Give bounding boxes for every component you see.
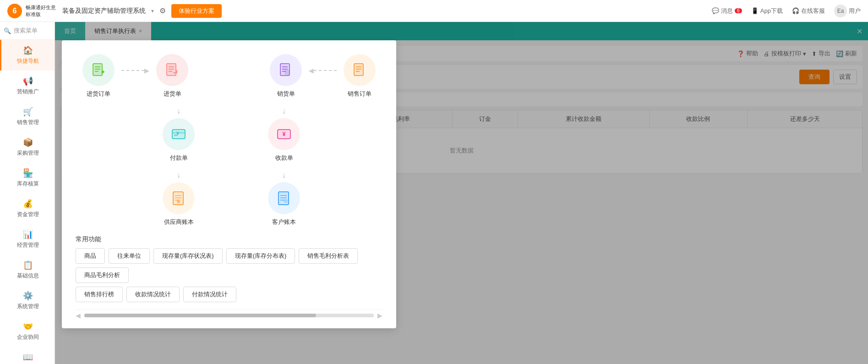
svg-text:¥: ¥ — [176, 131, 179, 136]
inventory-icon: 🏪 — [23, 168, 33, 178]
sidebar-item-operations[interactable]: 📊 经营管理 — [0, 224, 55, 255]
function-grid: 商品 往来单位 现存量(库存状况表) 现存量(库存分布表) 销售毛利分析表 商品… — [76, 248, 382, 283]
sidebar-item-quick-nav[interactable]: 🏠 快捷导航 — [0, 40, 55, 71]
sales-order-circle — [344, 54, 376, 86]
func-btn-partners[interactable]: 往来单位 — [109, 248, 150, 264]
function-grid-row2: 销售排行榜 收款情况统计 付款情况统计 — [76, 287, 382, 302]
sales-bill-circle — [270, 54, 302, 86]
sidebar-item-label: 经营管理 — [17, 241, 39, 249]
online-service-icon: 🎧 — [792, 7, 799, 14]
cooperation-icon: 🤝 — [23, 321, 33, 331]
logo-text: 畅康通好生意 标准版 — [26, 4, 56, 17]
customer-ledger-circle — [268, 182, 300, 214]
purchase-bill-circle — [156, 54, 188, 86]
sidebar-item-label: 资金管理 — [17, 211, 39, 218]
settings-icon[interactable]: ⚙ — [159, 6, 166, 15]
func-btn-receipt-stats[interactable]: 收款情况统计 — [126, 287, 180, 302]
svg-rect-35 — [278, 192, 289, 205]
sidebar-item-basic-info[interactable]: 📋 基础信息 — [0, 255, 55, 285]
flow-node-customer-ledger[interactable]: 客户账本 — [261, 182, 307, 226]
customer-ledger-label: 客户账本 — [272, 218, 296, 226]
purchase-icon: 📦 — [23, 137, 33, 147]
system-icon: ⚙️ — [23, 291, 33, 301]
svg-text:账: 账 — [177, 200, 180, 204]
purchase-order-circle — [82, 54, 115, 86]
supplier-ledger-circle: 账 — [163, 182, 195, 214]
sidebar-item-label: 采购管理 — [17, 149, 39, 157]
user-item[interactable]: Ea 用户 — [834, 5, 861, 17]
payment-label: 付款单 — [170, 154, 188, 162]
operations-icon: 📊 — [23, 229, 33, 239]
scroll-right-arrow[interactable]: ▶ — [377, 312, 382, 319]
user-initial: Ea — [837, 8, 844, 14]
func-btn-payment-stats[interactable]: 付款情况统计 — [183, 287, 236, 302]
search-icon: 🔍 — [4, 27, 11, 34]
top-bar-center: 装备及固定资产辅助管理系统 ▾ ⚙ 体验行业方案 — [62, 4, 712, 18]
flow-node-purchase-bill[interactable]: 进货单 — [149, 54, 195, 98]
system-dropdown-arrow[interactable]: ▾ — [151, 8, 154, 14]
sales-icon: 🛒 — [23, 107, 33, 117]
basic-info-icon: 📋 — [23, 260, 33, 270]
func-btn-sales-rank[interactable]: 销售排行榜 — [76, 287, 123, 302]
trial-button[interactable]: 体验行业方案 — [171, 4, 222, 18]
sidebar-item-sales[interactable]: 🛒 销售管理 — [0, 101, 55, 132]
sales-order-label: 销售订单 — [348, 90, 371, 98]
svg-point-40 — [284, 199, 288, 203]
sidebar-item-label: 销售管理 — [17, 119, 39, 126]
svg-rect-16 — [354, 64, 363, 76]
scroll-left-arrow[interactable]: ◀ — [76, 312, 81, 319]
message-icon: 💬 — [712, 7, 719, 14]
sidebar-item-newbie[interactable]: 📖 新手引导 — [0, 347, 55, 364]
sidebar: 🔍 搜索菜单 🏠 快捷导航 📢 营销推广 🛒 销售管理 📦 采购管理 🏪 库存核… — [0, 22, 55, 364]
supplier-ledger-label: 供应商账本 — [164, 218, 194, 226]
sidebar-item-label: 基础信息 — [17, 272, 39, 280]
common-functions-section: 常用功能 商品 往来单位 现存量(库存状况表) 现存量(库存分布表) 销售毛利分… — [76, 235, 382, 302]
svg-text:¥: ¥ — [283, 131, 286, 137]
finance-icon: 💰 — [23, 199, 33, 209]
message-item[interactable]: 💬 消息 6 — [712, 7, 742, 15]
marketing-icon: 📢 — [23, 76, 33, 86]
receipt-label: 收款单 — [275, 154, 293, 162]
sidebar-search[interactable]: 🔍 搜索菜单 — [0, 22, 55, 40]
app-download-icon: 📱 — [751, 7, 759, 14]
sidebar-item-marketing[interactable]: 📢 营销推广 — [0, 71, 55, 101]
flow-node-receipt[interactable]: ¥ 收款单 — [261, 118, 307, 162]
flow-node-supplier-ledger[interactable]: 账 供应商账本 — [156, 182, 202, 226]
sidebar-item-label: 系统管理 — [17, 303, 39, 310]
message-label: 消息 — [721, 7, 733, 15]
purchase-bill-label: 进货单 — [164, 90, 181, 98]
sidebar-item-cooperation[interactable]: 🤝 企业协同 — [0, 316, 55, 347]
system-title: 装备及固定资产辅助管理系统 — [62, 7, 146, 15]
quick-nav-icon: 🏠 — [23, 45, 33, 55]
receipt-circle: ¥ — [268, 118, 300, 150]
func-btn-stock-dist[interactable]: 现存量(库存分布表) — [226, 248, 295, 264]
svg-rect-0 — [93, 64, 102, 76]
svg-rect-15 — [285, 70, 289, 75]
app-download-label: App下载 — [760, 7, 783, 15]
sidebar-item-system[interactable]: ⚙️ 系统管理 — [0, 285, 55, 316]
func-btn-stock-status[interactable]: 现存量(库存状况表) — [153, 248, 223, 264]
sales-bill-label: 销货单 — [277, 90, 295, 98]
user-avatar: Ea — [834, 5, 847, 17]
sidebar-item-label: 快捷导航 — [17, 57, 39, 65]
top-bar-right: 💬 消息 6 📱 App下载 🎧 在线客服 Ea 用户 — [712, 5, 861, 17]
online-service-item[interactable]: 🎧 在线客服 — [792, 7, 825, 15]
flow-node-payment[interactable]: ¥ 付款单 — [156, 118, 202, 162]
flow-node-sales-order[interactable]: 销售订单 — [337, 54, 382, 98]
newbie-icon: 📖 — [23, 352, 33, 362]
modal-scrollbar[interactable]: ◀ ▶ — [76, 310, 382, 319]
sidebar-item-finance[interactable]: 💰 资金管理 — [0, 193, 55, 224]
logo-area: 6 畅康通好生意 标准版 — [7, 4, 62, 18]
sidebar-item-purchase[interactable]: 📦 采购管理 — [0, 132, 55, 163]
flow-node-purchase-order[interactable]: 进货订单 — [76, 54, 121, 98]
scroll-track — [84, 314, 374, 317]
app-download-item[interactable]: 📱 App下载 — [751, 7, 783, 15]
sidebar-item-label: 库存核算 — [17, 180, 39, 188]
sidebar-item-inventory[interactable]: 🏪 库存核算 — [0, 163, 55, 193]
top-bar: 6 畅康通好生意 标准版 装备及固定资产辅助管理系统 ▾ ⚙ 体验行业方案 💬 … — [0, 0, 868, 22]
flow-node-sales-bill[interactable]: 销货单 — [263, 54, 309, 98]
func-btn-goods[interactable]: 商品 — [76, 248, 105, 264]
online-service-label: 在线客服 — [801, 7, 825, 15]
func-btn-sales-profit[interactable]: 销售毛利分析表 — [299, 248, 358, 264]
func-btn-goods-profit[interactable]: 商品毛利分析 — [76, 267, 129, 283]
